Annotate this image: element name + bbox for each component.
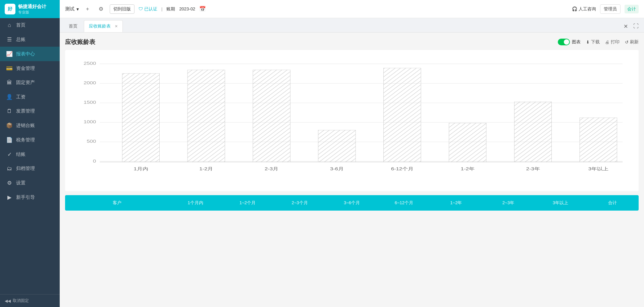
app-name: 畅捷通好会计: [18, 3, 46, 9]
toggle-label: 图表: [572, 39, 581, 45]
sidebar-item-home[interactable]: ⌂ 首页: [0, 18, 60, 32]
calendar-icon[interactable]: 📅: [199, 6, 206, 12]
shield-icon: 🛡: [139, 6, 143, 11]
refresh-icon: ↺: [625, 40, 629, 45]
chart-container: 0 500 1000 1500 2000 2500: [65, 50, 639, 191]
sidebar-label-settle: 结账: [16, 151, 25, 158]
topbar-sep1: |: [161, 6, 162, 11]
logo-icon: 好: [5, 4, 15, 14]
bar-7: [514, 102, 551, 162]
download-button[interactable]: ⬇ 下载: [586, 39, 600, 45]
tab-aging-close[interactable]: ✕: [115, 24, 118, 28]
sidebar-label-report: 报表中心: [16, 51, 35, 57]
manager-button[interactable]: 管理员: [600, 4, 621, 14]
svg-text:2-3月: 2-3月: [265, 167, 278, 171]
app-edition: 专业版: [18, 10, 46, 15]
bar-4: [318, 130, 356, 162]
chart-area: 0 500 1000 1500 2000 2500: [72, 57, 632, 184]
table-container: 客户 1个月内 1~2个月 2~3个月 3~6个月 6~12个月 1~2年 2~…: [65, 195, 639, 211]
add-icon: +: [86, 6, 89, 12]
th-total: 合计: [587, 195, 639, 211]
project-selector[interactable]: 测试 ▾: [65, 6, 79, 12]
topbar-settings-icon: ⚙: [99, 6, 103, 12]
expand-button[interactable]: ⛶: [632, 22, 640, 31]
chart-toggle[interactable]: [558, 39, 570, 45]
consult-button[interactable]: 🎧 人工咨询: [572, 6, 596, 12]
sidebar-item-guide[interactable]: ▶ 新手引导: [0, 190, 60, 205]
invoice-icon: 🗒: [6, 108, 13, 114]
home-icon: ⌂: [6, 22, 13, 28]
topbar-settings-button[interactable]: ⚙: [96, 4, 106, 14]
sidebar-label-fund: 资金管理: [16, 65, 35, 72]
guide-icon: ▶: [6, 194, 13, 201]
svg-text:1-2月: 1-2月: [199, 167, 213, 171]
tab-home-label: 首页: [69, 24, 77, 29]
fund-icon: 💳: [6, 65, 13, 72]
page-header: 应收账龄表 图表 ⬇ 下载 🖨 打印: [65, 38, 639, 46]
page-title: 应收账龄表: [65, 38, 95, 46]
svg-text:3-6月: 3-6月: [330, 167, 344, 171]
tab-aging[interactable]: 应收账龄表 ✕: [84, 20, 123, 32]
bar-5: [384, 68, 421, 162]
content-area: 首页 应收账龄表 ✕ ✕ ⛶ 应收账龄表 图表: [60, 18, 644, 307]
sidebar-item-asset[interactable]: 🏛 固定资产: [0, 76, 60, 90]
project-chevron: ▾: [76, 6, 79, 12]
wage-icon: 👤: [6, 94, 13, 100]
consult-label: 人工咨询: [579, 6, 596, 12]
print-button[interactable]: 🖨 打印: [605, 39, 620, 45]
toggle-dot: [564, 39, 569, 45]
th-6-12month: 6~12个月: [378, 195, 430, 211]
sidebar-item-report[interactable]: 📈 报表中心: [0, 47, 60, 61]
ledger-icon: ☰: [6, 36, 13, 43]
tab-home[interactable]: 首页: [64, 20, 83, 32]
page-content: 应收账龄表 图表 ⬇ 下载 🖨 打印: [60, 33, 644, 307]
th-1-2month: 1~2个月: [221, 195, 273, 211]
sidebar-label-settings: 设置: [16, 180, 25, 186]
svg-text:500: 500: [87, 139, 96, 144]
svg-text:6-12个月: 6-12个月: [391, 167, 414, 171]
svg-text:3年以上: 3年以上: [588, 167, 608, 171]
svg-text:1月内: 1月内: [133, 167, 148, 171]
sidebar-item-settle[interactable]: ✓ 结账: [0, 147, 60, 162]
svg-text:2-3年: 2-3年: [526, 167, 540, 171]
print-icon: 🖨: [605, 40, 609, 45]
svg-text:0: 0: [93, 159, 96, 163]
sidebar-item-settings[interactable]: ⚙ 设置: [0, 176, 60, 190]
switch-version-button[interactable]: 切到旧版: [110, 4, 135, 14]
asset-icon: 🏛: [6, 80, 13, 86]
bar-8: [580, 118, 617, 162]
sidebar-item-invoice[interactable]: 🗒 发票管理: [0, 104, 60, 118]
add-button[interactable]: +: [83, 4, 92, 14]
refresh-button[interactable]: ↺ 刷新: [625, 39, 639, 45]
topbar-right: 🎧 人工咨询 管理员 会计: [572, 4, 639, 14]
svg-text:2000: 2000: [84, 81, 96, 85]
headset-icon: 🎧: [572, 6, 577, 11]
tax-icon: 📄: [6, 137, 13, 143]
svg-text:1000: 1000: [84, 120, 96, 124]
sidebar-label-tax: 税务管理: [16, 137, 35, 143]
sidebar-label-asset: 固定资产: [16, 80, 35, 86]
th-1-2year: 1~2年: [430, 195, 482, 211]
tab-actions: ✕ ⛶: [622, 22, 640, 31]
settings-icon: ⚙: [6, 180, 13, 186]
close-button[interactable]: ✕: [622, 22, 629, 31]
settle-icon: ✓: [6, 151, 13, 158]
table-header: 客户 1个月内 1~2个月 2~3个月 3~6个月 6~12个月 1~2年 2~…: [65, 195, 639, 211]
archive-icon: 🗂: [6, 166, 13, 172]
th-2-3month: 2~3个月: [274, 195, 326, 211]
sidebar-item-trade[interactable]: 📦 进销台账: [0, 118, 60, 133]
sidebar-item-archive[interactable]: 🗂 归档管理: [0, 162, 60, 176]
topbar: 测试 ▾ + ⚙ 切到旧版 🛡 已认证 | 账期 2023-02 📅 🎧 人工咨…: [60, 0, 644, 18]
sidebar-logo: 好 畅捷通好会计 专业版: [0, 0, 60, 18]
certified-label: 已认证: [144, 6, 157, 12]
sidebar-item-wage[interactable]: 👤 工资: [0, 90, 60, 104]
download-label: 下载: [591, 39, 600, 45]
sidebar-item-tax[interactable]: 📄 税务管理: [0, 133, 60, 147]
sidebar-item-ledger[interactable]: ☰ 总账: [0, 32, 60, 47]
th-2-3year: 2~3年: [482, 195, 534, 211]
sidebar-item-fund[interactable]: 💳 资金管理: [0, 61, 60, 76]
page-actions: 图表 ⬇ 下载 🖨 打印 ↺ 刷新: [558, 39, 639, 45]
sidebar-footer[interactable]: ◀◀ 取消固定: [0, 294, 60, 307]
svg-text:1-2年: 1-2年: [461, 167, 475, 171]
report-icon: 📈: [6, 51, 13, 57]
